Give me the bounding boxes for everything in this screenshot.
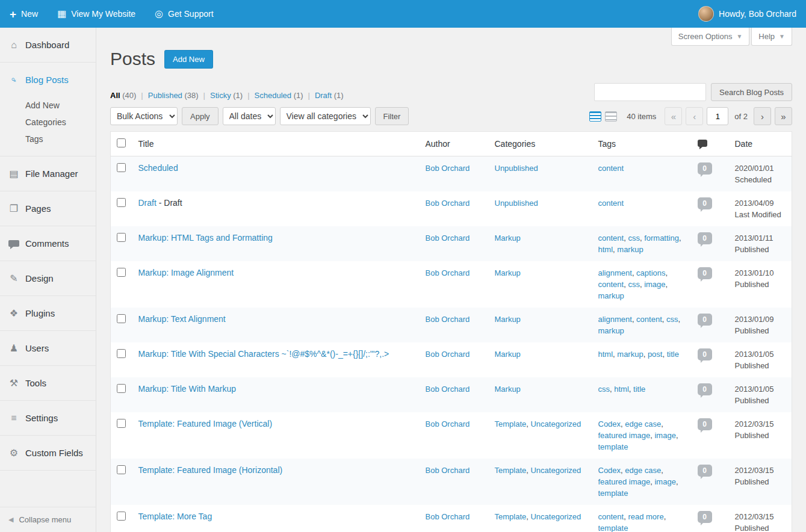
tag-link[interactable]: title (667, 350, 679, 359)
post-title-link[interactable]: Draft (138, 198, 157, 208)
category-link[interactable]: Markup (495, 268, 521, 277)
filter-sticky[interactable]: Sticky (1) (210, 91, 243, 100)
sidebar-item-users[interactable]: ♟Users (0, 331, 96, 365)
tag-link[interactable]: content (598, 512, 624, 521)
category-link[interactable]: Template (495, 512, 527, 521)
filter-published[interactable]: Published (38) (148, 91, 199, 100)
collapse-menu-button[interactable]: ◀ Collapse menu (0, 507, 96, 532)
tag-link[interactable]: markup (617, 245, 643, 254)
tag-link[interactable]: css (666, 315, 678, 324)
tag-link[interactable]: content (598, 199, 624, 208)
screen-options-button[interactable]: Screen Options ▼ (671, 28, 750, 46)
category-link[interactable]: Template (495, 419, 527, 428)
post-title-link[interactable]: Markup: HTML Tags and Formatting (138, 233, 273, 243)
filter-button[interactable]: Filter (375, 107, 409, 125)
sidebar-item-plugins[interactable]: ❖Plugins (0, 296, 96, 330)
category-link[interactable]: Markup (495, 350, 521, 359)
comment-count[interactable]: 0 (698, 511, 712, 523)
row-checkbox[interactable] (117, 349, 126, 358)
add-new-button[interactable]: Add New (164, 50, 213, 69)
comment-count[interactable]: 0 (698, 267, 712, 279)
tag-link[interactable]: edge case (625, 419, 661, 428)
tag-link[interactable]: alignment (598, 268, 632, 277)
post-title-link[interactable]: Template: Featured Image (Vertical) (138, 419, 273, 428)
category-link[interactable]: Markup (495, 234, 521, 243)
post-title-link[interactable]: Template: More Tag (138, 512, 212, 521)
category-link[interactable]: Unpublished (495, 164, 538, 173)
tag-link[interactable]: featured image (598, 477, 651, 486)
filter-all[interactable]: All (40) (110, 91, 136, 100)
tag-link[interactable]: captions (636, 268, 665, 277)
category-link[interactable]: Uncategorized (530, 419, 581, 428)
tag-link[interactable]: image (654, 477, 675, 486)
prev-page-button[interactable]: ‹ (686, 107, 703, 125)
tag-link[interactable]: edge case (625, 466, 661, 475)
filter-draft[interactable]: Draft (1) (315, 91, 344, 100)
comment-count[interactable]: 0 (698, 348, 712, 360)
apply-button[interactable]: Apply (182, 107, 219, 125)
current-page-input[interactable] (707, 107, 728, 125)
row-checkbox[interactable] (117, 314, 126, 323)
tag-link[interactable]: featured image (598, 431, 651, 440)
search-button[interactable]: Search Blog Posts (711, 83, 792, 101)
tag-link[interactable]: content (598, 280, 624, 289)
category-link[interactable]: Unpublished (495, 199, 538, 208)
tag-link[interactable]: image (644, 280, 665, 289)
column-header-title[interactable]: Title (132, 132, 420, 156)
excerpt-view-icon[interactable] (605, 111, 617, 122)
sidebar-subitem-add-new[interactable]: Add New (25, 97, 96, 114)
bulk-actions-select[interactable]: Bulk Actions (110, 107, 178, 125)
author-link[interactable]: Bob Orchard (426, 164, 470, 173)
category-link[interactable]: Markup (495, 315, 521, 324)
tag-link[interactable]: template (598, 489, 628, 498)
tag-link[interactable]: markup (598, 291, 624, 300)
tag-link[interactable]: content (636, 315, 662, 324)
tag-link[interactable]: template (598, 442, 628, 451)
tag-link[interactable]: title (633, 385, 645, 394)
row-checkbox[interactable] (117, 465, 126, 474)
sidebar-item-design[interactable]: ✎Design (0, 261, 96, 295)
view-site-button[interactable]: ▦ View My Website (48, 0, 145, 28)
tag-link[interactable]: css (628, 234, 640, 243)
sidebar-subitem-categories[interactable]: Categories (25, 114, 96, 131)
date-filter-select[interactable]: All dates (223, 107, 276, 125)
tag-link[interactable]: markup (598, 326, 624, 335)
help-button[interactable]: Help ▼ (751, 28, 792, 46)
tag-link[interactable]: alignment (598, 315, 632, 324)
tag-link[interactable]: content (598, 234, 624, 243)
comment-count[interactable]: 0 (698, 314, 712, 326)
sidebar-item-pages[interactable]: ❐Pages (0, 191, 96, 226)
comment-count[interactable]: 0 (698, 232, 712, 244)
author-link[interactable]: Bob Orchard (426, 419, 470, 428)
tag-link[interactable]: image (654, 431, 675, 440)
sidebar-item-blog-posts[interactable]: ♀Blog Posts (0, 63, 96, 97)
tag-link[interactable]: Codex (598, 466, 621, 475)
category-link[interactable]: Template (495, 466, 527, 475)
tag-link[interactable]: markup (617, 350, 643, 359)
sidebar-subitem-tags[interactable]: Tags (25, 131, 96, 147)
author-link[interactable]: Bob Orchard (426, 234, 470, 243)
tag-link[interactable]: html (598, 350, 613, 359)
account-menu[interactable]: Howdy, Bob Orchard (689, 0, 806, 28)
comment-count[interactable]: 0 (698, 465, 712, 477)
comment-count[interactable]: 0 (698, 162, 712, 175)
row-checkbox[interactable] (117, 268, 126, 277)
search-input[interactable] (594, 83, 706, 101)
tag-link[interactable]: css (628, 280, 640, 289)
row-checkbox[interactable] (117, 384, 126, 393)
first-page-button[interactable]: « (665, 107, 682, 125)
get-support-button[interactable]: ◎ Get Support (145, 0, 223, 28)
author-link[interactable]: Bob Orchard (426, 466, 470, 475)
post-title-link[interactable]: Scheduled (138, 163, 178, 173)
row-checkbox[interactable] (117, 233, 126, 242)
row-checkbox[interactable] (117, 163, 126, 172)
category-filter-select[interactable]: View all categories (280, 107, 371, 125)
next-page-button[interactable]: › (754, 107, 771, 125)
category-link[interactable]: Uncategorized (530, 512, 581, 521)
category-link[interactable]: Uncategorized (530, 466, 581, 475)
list-view-icon[interactable] (589, 111, 601, 122)
post-title-link[interactable]: Markup: Title With Special Characters ~`… (138, 349, 389, 359)
author-link[interactable]: Bob Orchard (426, 315, 470, 324)
select-all-checkbox[interactable] (117, 138, 126, 147)
author-link[interactable]: Bob Orchard (426, 512, 470, 521)
